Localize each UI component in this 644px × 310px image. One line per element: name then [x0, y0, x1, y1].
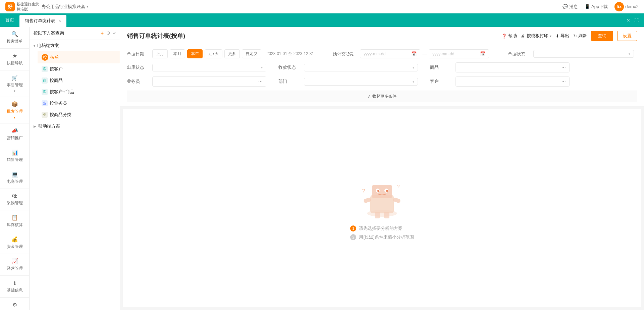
tree-item-by-customer[interactable]: 客 按客户	[38, 63, 120, 75]
collection-status-select[interactable]: ▾	[304, 64, 418, 71]
filter-area: 单据日期 上月 本月 本年 近7天 更多 自定义 2023-01-01 至 20…	[120, 45, 644, 106]
sidebar-item-nav[interactable]: ★ 快捷导航	[0, 49, 29, 70]
finance-icon: 💰	[11, 236, 18, 243]
by-staff-icon: 业	[42, 100, 48, 106]
export-icon: ⬇	[555, 34, 559, 39]
logo-area: 好 畅捷通好生意 标准版	[5, 2, 39, 11]
customer-dots-icon[interactable]: ···	[561, 79, 566, 85]
sidebar-item-marketing[interactable]: 📣 营销推广	[0, 123, 29, 145]
customer-input[interactable]: ···	[455, 76, 570, 87]
export-button[interactable]: ⬇ 导出	[555, 33, 569, 39]
expected-date-range: yyyy-mm-dd 📅 — yyyy-mm-dd 📅	[360, 49, 489, 58]
expected-date-end[interactable]: yyyy-mm-dd 📅	[429, 49, 489, 58]
tab-home[interactable]: 首页	[0, 13, 19, 27]
calendar-start-icon: 📅	[411, 51, 417, 56]
last-month-btn[interactable]: 上月	[152, 49, 168, 58]
svg-rect-10	[384, 212, 389, 218]
shipping-status-select[interactable]: ▾	[152, 64, 266, 71]
tree-item-by-order[interactable]: 按 按单	[38, 51, 120, 63]
help-button[interactable]: ❓ 帮助	[501, 33, 517, 39]
date-range-text: 2023-01-01 至 2023-12-31	[267, 51, 314, 57]
top-bar-right: 💬 消息 📱 App下载 Ea demo2	[562, 2, 639, 11]
sidebar-item-ecommerce[interactable]: 💻 电商管理	[0, 167, 29, 189]
sidebar-item-inventory[interactable]: 📋 库存核算	[0, 210, 29, 232]
sidebar-item-purchase[interactable]: 🛍 采购管理	[0, 189, 29, 210]
tree-sub-electric: 按 按单 客 按客户 商 按商品 客 按客户+商品 业 按业务员	[30, 51, 120, 120]
sidebar-item-retail[interactable]: 🛒 零售管理 ▾	[0, 70, 29, 97]
collapse-panel-icon[interactable]: «	[113, 30, 116, 36]
filter-row-1: 单据日期 上月 本月 本年 近7天 更多 自定义 2023-01-01 至 20…	[127, 49, 637, 58]
print-button[interactable]: 🖨 按模板打印 ▾	[521, 33, 551, 39]
collection-dropdown-icon: ▾	[413, 66, 414, 69]
page-header-actions: ❓ 帮助 🖨 按模板打印 ▾ ⬇ 导出 ↻ 刷新	[501, 31, 637, 41]
goods-dots-icon[interactable]: ···	[561, 64, 566, 70]
svg-rect-2	[372, 185, 392, 198]
refresh-button[interactable]: ↻ 刷新	[573, 33, 587, 39]
maximize-icon[interactable]: ⛶	[634, 18, 639, 23]
app-icon: 📱	[585, 4, 590, 9]
shipping-status-label: 出库状态	[127, 64, 147, 70]
sidebar-item-operations[interactable]: 📈 经营管理	[0, 254, 29, 276]
single-status-select[interactable]: ▾	[533, 50, 634, 58]
customer-label: 客户	[430, 79, 450, 85]
add-scheme-icon[interactable]: +	[101, 30, 104, 36]
tree-mobile-expand-icon: ▶	[34, 124, 36, 128]
tab-close-icon[interactable]: ×	[59, 18, 61, 23]
tree-item-by-goods[interactable]: 商 按商品	[38, 75, 120, 86]
app-download-button[interactable]: 📱 App下载	[585, 4, 608, 10]
sidebar-item-system[interactable]: ⚙ 系统管理	[0, 298, 29, 310]
empty-state: ? ? 1 请先选择要分析的方案 2 用[过滤]条件来缩小分析范围	[123, 109, 641, 307]
svg-text:?: ?	[397, 184, 400, 189]
sidebar-item-finance[interactable]: 💰 资金管理	[0, 232, 29, 254]
sidebar-item-search[interactable]: 🔍 搜索菜单	[0, 27, 29, 49]
filter-row-3: 业务员 ··· 部门 ▾ 客户 ···	[127, 76, 637, 87]
ecommerce-icon: 💻	[11, 171, 18, 177]
collapse-bar[interactable]: ∧ 收起更多条件	[127, 91, 637, 102]
message-button[interactable]: 💬 消息	[562, 4, 578, 10]
shipping-dropdown-icon: ▾	[261, 66, 263, 69]
last-7-days-btn[interactable]: 近7天	[205, 49, 222, 58]
right-content: 销售订单统计表(按单) ❓ 帮助 🖨 按模板打印 ▾ ⬇ 导出	[120, 27, 644, 310]
svg-rect-8	[393, 197, 401, 203]
this-month-btn[interactable]: 本月	[170, 49, 185, 58]
tree-parent-electric[interactable]: ▾ 电脑端方案	[30, 40, 120, 51]
date-buttons: 上月 本月 本年 近7天 更多 自定义	[152, 49, 261, 58]
tip-num-1: 1	[350, 225, 356, 231]
tree-item-by-category[interactable]: 类 按商品分类	[38, 109, 120, 120]
expected-date-start[interactable]: yyyy-mm-dd 📅	[360, 49, 420, 58]
sidebar-item-wholesale[interactable]: 📦 批发管理 ▴	[0, 97, 29, 123]
settings-button[interactable]: 设置	[617, 31, 637, 41]
close-window-icon[interactable]: ✕	[627, 18, 630, 23]
department-select[interactable]: ▾	[304, 78, 418, 86]
top-bar-left: 好 畅捷通好生意 标准版 办公用品行业模拟账套 ▾	[5, 2, 88, 11]
user-avatar[interactable]: Ea demo2	[614, 2, 639, 11]
empty-svg: ? ?	[359, 176, 406, 220]
business-dots-icon[interactable]: ···	[258, 79, 263, 85]
svg-rect-7	[363, 197, 372, 203]
more-date-btn[interactable]: 更多	[224, 49, 240, 58]
sidebar-item-basic-info[interactable]: ℹ 基础信息	[0, 276, 29, 298]
top-bar-title[interactable]: 办公用品行业模拟账套 ▾	[42, 4, 88, 10]
business-input[interactable]: ···	[152, 76, 266, 87]
retail-collapse-icon: ▾	[14, 89, 15, 93]
tree-item-by-staff[interactable]: 业 按业务员	[38, 98, 120, 109]
custom-date-btn[interactable]: 自定义	[242, 49, 261, 58]
settings-scheme-icon[interactable]: ⊙	[106, 30, 110, 36]
tab-sales-order-stats[interactable]: 销售订单统计表 ×	[19, 15, 66, 27]
query-button[interactable]: 查询	[591, 31, 613, 41]
sidebar: 🔍 搜索菜单 ★ 快捷导航 🛒 零售管理 ▾ 📦 批发管理 ▴ 📣 营销推广 📊…	[0, 27, 30, 310]
wholesale-icon: 📦	[11, 101, 18, 107]
left-panel-title: 按以下方案查询	[34, 30, 64, 36]
empty-tip-2: 2 用[过滤]条件来缩小分析范围	[350, 234, 414, 240]
goods-input[interactable]: ···	[455, 62, 570, 72]
tree-parent-mobile[interactable]: ▶ 移动端方案	[30, 120, 120, 132]
tree-item-by-customer-goods[interactable]: 客 按客户+商品	[38, 86, 120, 98]
by-goods-icon: 商	[42, 78, 48, 84]
operations-icon: 📈	[11, 258, 18, 264]
date-dash: —	[422, 51, 427, 56]
this-year-btn[interactable]: 本年	[187, 49, 203, 58]
single-date-label: 单据日期	[127, 51, 147, 57]
tree-expand-icon: ▾	[34, 44, 35, 48]
sidebar-item-sales[interactable]: 📊 销售管理	[0, 145, 29, 167]
purchase-icon: 🛍	[12, 193, 17, 199]
